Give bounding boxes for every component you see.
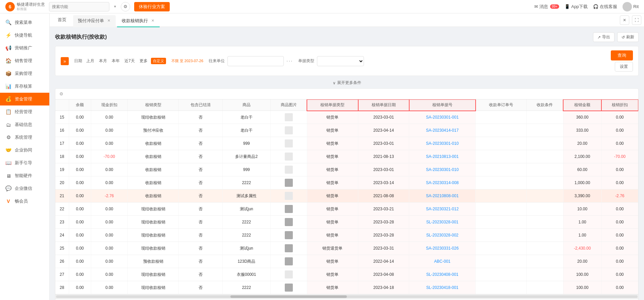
bill-no-link[interactable]: SA-20230321-012 — [426, 207, 459, 211]
cell-bill-type: 销货退货单 — [307, 242, 358, 255]
cell-bill-no[interactable]: SL-20230328-002 — [409, 229, 476, 242]
cell-amount: 2,100.00 — [563, 150, 601, 163]
filter-toggle-button[interactable]: » — [61, 57, 69, 65]
refresh-button[interactable]: ↺ 刷新 — [617, 32, 639, 42]
cell-discount: 0.00 — [601, 281, 638, 294]
col-bill-date: 核销单据日期 — [358, 99, 409, 111]
column-settings-icon[interactable]: ⚙ — [59, 91, 63, 96]
cell-discount: 0.00 — [601, 268, 638, 281]
sidebar-item-operations[interactable]: 📋 经营管理 — [0, 105, 49, 118]
bill-no-link[interactable]: SA-20230301-010 — [426, 167, 459, 172]
close-tab1-icon[interactable]: ✕ — [107, 18, 110, 23]
sidebar-item-collab[interactable]: 🤝 企业协同 — [0, 144, 49, 157]
cell-bill-no[interactable]: SA-20210808-001 — [409, 189, 476, 203]
from-unit-dots-button[interactable]: ··· — [286, 58, 293, 64]
sidebar-item-system[interactable]: ⚙ 系统管理 — [0, 131, 49, 144]
settings-icon[interactable]: ⚙ — [121, 2, 130, 11]
cell-bill-no[interactable]: SA-20230321-012 — [409, 203, 476, 216]
sidebar-item-search[interactable]: 🔍 搜索菜单 — [0, 16, 49, 29]
search-input[interactable] — [49, 2, 109, 11]
more-shortcut[interactable]: 更多 — [138, 57, 149, 65]
horizontal-scrollbar[interactable] — [55, 294, 638, 298]
cell-bill-no[interactable]: SA-20230301-010 — [409, 137, 476, 150]
scrollbar-thumb[interactable] — [230, 295, 347, 298]
cell-balance: 0.00 — [69, 124, 91, 137]
sidebar-item-purchase[interactable]: 📦 采购管理 — [0, 67, 49, 80]
top-bar-right: ✉ 消息 99+ 📱 App下载 🎧 在线客服 Rit — [534, 2, 639, 11]
user-menu[interactable]: Rit — [623, 2, 639, 11]
cell-balance: 0.00 — [69, 203, 91, 216]
bill-no-link[interactable]: SA-20230414-017 — [426, 128, 459, 133]
this-month-shortcut[interactable]: 本月 — [98, 57, 108, 65]
cell-amount: 100.00 — [563, 268, 601, 281]
from-unit-input[interactable] — [227, 56, 284, 66]
online-service-button[interactable]: 🎧 在线客服 — [593, 4, 617, 10]
cell-bill-no[interactable]: SA-20230414-017 — [409, 124, 476, 137]
bill-no-link[interactable]: SA-20230314-008 — [426, 180, 459, 185]
close-all-tabs-button[interactable]: ✕ — [620, 15, 629, 25]
solution-button[interactable]: 休验行业方案 — [134, 2, 170, 11]
cell-verify-type: 收款核销 — [127, 150, 178, 163]
col-goods-img: 商品图片 — [270, 99, 307, 111]
bill-no-link[interactable]: ABC-001 — [434, 259, 450, 264]
cell-bill-no[interactable]: SA-20230301-001 — [409, 111, 476, 124]
sidebar-item-finance[interactable]: 💰 资金管理 — [0, 93, 49, 105]
tab-receipts[interactable]: 收款核销执行 ✕ — [117, 15, 160, 27]
message-icon: ✉ — [534, 4, 538, 9]
sidebar-item-base[interactable]: 🗂 基础信息 — [0, 118, 49, 131]
messages-button[interactable]: ✉ 消息 99+ — [534, 4, 559, 10]
bill-no-link[interactable]: SA-20230301-001 — [426, 115, 459, 120]
cell-condition — [527, 111, 563, 124]
tab-prepay[interactable]: 预付冲应付单 ✕ — [73, 15, 116, 27]
cell-verify-type: 收款核销 — [127, 163, 178, 176]
this-year-shortcut[interactable]: 本年 — [110, 57, 121, 65]
cell-bill-no[interactable]: SA-20230331-026 — [409, 242, 476, 255]
bill-type-select[interactable] — [317, 56, 364, 66]
expand-more-button[interactable]: ∨ 展开更多条件 — [55, 80, 639, 86]
bill-no-link[interactable]: SL-20230328-002 — [426, 233, 459, 238]
cell-goods-img — [270, 111, 307, 124]
cell-discount: 0.00 — [601, 176, 638, 189]
cell-bill-no[interactable]: ABC-001 — [409, 255, 476, 268]
last-month-shortcut[interactable]: 上月 — [85, 57, 96, 65]
cell-bill-no[interactable]: SA-20230301-010 — [409, 163, 476, 176]
sidebar-item-guide[interactable]: 📖 新手引导 — [0, 157, 49, 169]
expand-tabs-button[interactable]: ⛶ — [632, 15, 641, 25]
tab-home[interactable]: 首页 — [52, 14, 72, 26]
sidebar-item-inventory[interactable]: 📊 库存核算 — [0, 80, 49, 93]
sidebar-item-marketing[interactable]: 📢 营销推广 — [0, 42, 49, 54]
last-7-days-shortcut[interactable]: 近7天 — [123, 57, 136, 65]
cell-condition — [527, 124, 563, 137]
cell-order-no — [476, 111, 527, 124]
cell-cash-discount: -2.76 — [91, 189, 127, 203]
sidebar-item-vip[interactable]: V 畅会员 — [0, 195, 49, 208]
sidebar-item-sales[interactable]: 🏠 销售管理 — [0, 54, 49, 67]
bill-no-link[interactable]: SL-20230418-001 — [426, 285, 459, 290]
bill-no-link[interactable]: SA-20210808-001 — [426, 194, 459, 198]
bill-no-link[interactable]: SA-20230301-010 — [426, 141, 459, 146]
cell-condition — [527, 189, 563, 203]
cell-bill-no[interactable]: SL-20230408-001 — [409, 268, 476, 281]
cell-bill-no[interactable]: SA-20210813-001 — [409, 150, 476, 163]
table-scroll-area[interactable]: 余额 现金折扣 核销类型 包含已结清 商品 商品图片 核销单据类型 核销单据日期… — [55, 99, 638, 294]
query-button[interactable]: 查询 — [611, 50, 633, 60]
close-tab2-icon[interactable]: ✕ — [151, 18, 154, 23]
tab-bar-controls: ✕ ⛶ — [620, 15, 641, 25]
filter-settings-button[interactable]: 设置 — [615, 62, 633, 72]
cell-bill-no[interactable]: SL-20230418-001 — [409, 281, 476, 294]
custom-date-button[interactable]: 自定义 — [151, 58, 166, 64]
cell-amount: 360.00 — [563, 111, 601, 124]
app-download-button[interactable]: 📱 App下载 — [565, 4, 588, 10]
sidebar-item-hardware[interactable]: 🖥 智能硬件 — [0, 169, 49, 182]
scrollbar-track[interactable] — [56, 295, 638, 298]
bill-no-link[interactable]: SL-20230328-001 — [426, 220, 459, 224]
cell-index: 17 — [55, 137, 69, 150]
cell-bill-no[interactable]: SA-20230314-008 — [409, 176, 476, 189]
export-button[interactable]: ↗ 导出 — [593, 32, 614, 42]
bill-no-link[interactable]: SA-20210813-001 — [426, 154, 459, 159]
bill-no-link[interactable]: SA-20230331-026 — [426, 246, 459, 251]
sidebar-item-quicknav[interactable]: ⚡ 快捷导航 — [0, 29, 49, 42]
cell-bill-no[interactable]: SL-20230328-001 — [409, 216, 476, 229]
sidebar-item-wechat[interactable]: 💬 企业微信 — [0, 182, 49, 195]
bill-no-link[interactable]: SL-20230408-001 — [426, 272, 459, 277]
